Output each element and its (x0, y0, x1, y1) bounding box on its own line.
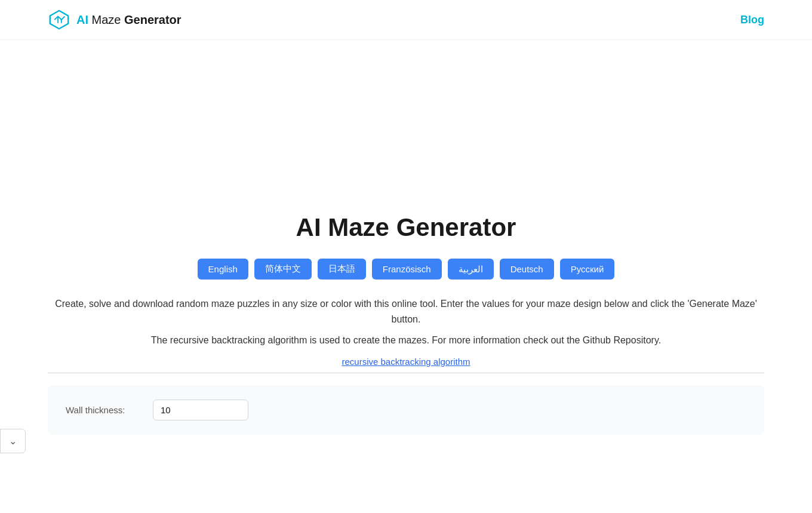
algo-description: The recursive backtracking algorithm is … (151, 335, 661, 346)
dropdown-toggle-button[interactable]: ⌄ (0, 429, 26, 453)
page-title: AI Maze Generator (296, 213, 516, 242)
main-description: Create, solve and download random maze p… (48, 296, 764, 327)
lang-btn-japanese[interactable]: 日本語 (318, 259, 366, 279)
algo-link[interactable]: recursive backtracking algorithm (342, 357, 470, 367)
lang-btn-german[interactable]: Deutsch (500, 259, 554, 279)
logo-icon (48, 8, 70, 31)
wall-thickness-label: Wall thickness: (66, 405, 143, 415)
chevron-down-icon: ⌄ (9, 436, 17, 446)
logo: AI Maze Generator (48, 8, 182, 31)
wall-thickness-input[interactable] (153, 400, 248, 420)
maze-form: Wall thickness: (48, 385, 764, 435)
logo-text: AI Maze Generator (76, 13, 182, 27)
blog-link[interactable]: Blog (740, 14, 764, 26)
lang-btn-french[interactable]: Französisch (372, 259, 442, 279)
lang-btn-arabic[interactable]: العربية (448, 259, 494, 279)
svg-marker-0 (50, 11, 68, 29)
lang-btn-english[interactable]: English (198, 259, 248, 279)
main-nav: Blog (740, 14, 764, 26)
lang-btn-chinese[interactable]: 简体中文 (254, 259, 312, 279)
lang-btn-russian[interactable]: Русский (560, 259, 615, 279)
section-divider (48, 373, 764, 373)
language-selector: English 简体中文 日本語 Französisch العربية Deu… (198, 259, 615, 279)
wall-thickness-row: Wall thickness: (66, 400, 746, 420)
